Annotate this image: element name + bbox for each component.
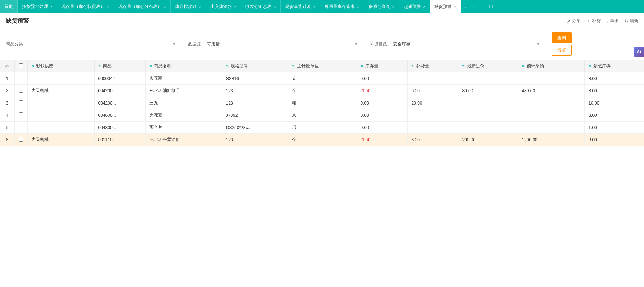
restock-button[interactable]: ＋ 补货 — [586, 18, 601, 24]
th-default-supplier: ⇅ 默认供应... — [27, 60, 94, 72]
tab-receive-summary[interactable]: 收发存汇总表 × — [241, 0, 280, 13]
tab-minimize-btn[interactable]: — — [478, 0, 487, 13]
cell-estimated-purchase: 1200.00 — [518, 134, 585, 146]
tab-close-stale[interactable]: × — [50, 4, 52, 9]
tab-batch-account[interactable]: 库存批次账 × — [171, 0, 206, 13]
row-checkbox[interactable] — [19, 112, 23, 117]
row-checkbox[interactable] — [19, 125, 23, 129]
cell-latest-price: 200.00 — [458, 134, 518, 146]
cell-spec: 123 — [222, 97, 288, 109]
shortage-table: ⚙ ⇅ 默认供应... ⇅ 商品... ⇅ 商品名称 — [0, 60, 644, 146]
sort-name-icon[interactable]: ⇅ — [149, 64, 152, 68]
tab-close-batch[interactable]: × — [199, 4, 201, 9]
th-checkbox — [14, 60, 27, 72]
cell-restock-qty — [408, 122, 458, 134]
settings-button[interactable]: 设置 — [552, 45, 572, 56]
tab-maximize-btn[interactable]: □ — [487, 0, 496, 13]
sort-stock-icon[interactable]: ⇅ — [361, 64, 364, 68]
tab-inventory-dist[interactable]: 现存量（库存分布表） × — [114, 0, 171, 13]
tab-stale-exception[interactable]: 拣货异常处理 × — [18, 0, 57, 13]
table-body: 1 0000042 火花塞 SS816 支 0.00 8.00 2 力天机械 0… — [0, 72, 644, 146]
cell-checkbox — [14, 109, 27, 122]
cell-spec: J7092 — [222, 109, 288, 122]
cell-code: 0000042 — [94, 72, 145, 85]
cell-min-stock: 1.00 — [585, 122, 644, 134]
cell-stock-qty: 0.00 — [357, 109, 408, 122]
tab-prev-btn[interactable]: ‹ — [461, 0, 470, 13]
cell-restock-qty: 20.00 — [408, 97, 458, 109]
tab-close-inv-dist[interactable]: × — [164, 4, 166, 9]
select-all-checkbox[interactable] — [19, 63, 23, 68]
cell-stock-qty: 0.00 — [357, 72, 408, 85]
category-select[interactable] — [26, 39, 179, 49]
th-latest-price: ⇅ 最新进价 — [458, 60, 518, 72]
cell-stock-qty: -1.00 — [357, 85, 408, 97]
cell-num: 4 — [0, 109, 14, 122]
tab-expiry-query[interactable]: 保质期查询 × — [364, 0, 399, 13]
tab-inventory-status[interactable]: 现存量（库存状况表） × — [57, 0, 114, 13]
cell-min-stock: 3.00 — [585, 85, 644, 97]
sort-price-icon[interactable]: ⇅ — [462, 64, 465, 68]
cell-code: 801110... — [94, 134, 145, 146]
row-checkbox[interactable] — [19, 76, 23, 80]
export-icon: ↓ — [606, 19, 609, 24]
column-settings-icon[interactable]: ⚙ — [5, 64, 9, 69]
restock-base-select[interactable]: 安全库存 最低库存 — [390, 39, 543, 49]
row-checkbox[interactable] — [19, 88, 23, 93]
tab-close-avail[interactable]: × — [357, 4, 359, 9]
sort-unit-icon[interactable]: ⇅ — [292, 64, 295, 68]
sort-code-icon[interactable]: ⇅ — [98, 64, 101, 68]
cell-latest-price — [458, 72, 518, 85]
tab-close-overstock[interactable]: × — [423, 4, 425, 9]
cell-latest-price — [458, 122, 518, 134]
sort-supplier-icon[interactable]: ⇅ — [31, 64, 34, 68]
cell-num: 2 — [0, 85, 14, 97]
tab-overstock[interactable]: 超储预警 × — [399, 0, 430, 13]
row-checkbox[interactable] — [19, 137, 23, 142]
cell-num: 1 — [0, 72, 14, 85]
cell-stock-qty: 0.00 — [357, 97, 408, 109]
cell-num: 6 — [0, 134, 14, 146]
cell-min-stock: 10.00 — [585, 97, 644, 109]
row-checkbox[interactable] — [19, 100, 23, 105]
cell-latest-price: 80.00 — [458, 85, 518, 97]
datasource-select[interactable]: 可用量 库存量 — [204, 39, 361, 49]
cell-unit: 支 — [288, 72, 357, 85]
category-label: 商品分类 — [6, 41, 23, 47]
cell-name: PC200油缸缸子 — [145, 85, 222, 97]
tab-close-inv-status[interactable]: × — [107, 4, 109, 9]
cell-spec: DS250*23c... — [222, 122, 288, 134]
sort-spec-icon[interactable]: ⇅ — [226, 64, 229, 68]
sort-min-icon[interactable]: ⇅ — [588, 64, 591, 68]
table-row: 3 004200... 三九 123 箱 0.00 20.00 10.00 — [0, 97, 644, 109]
tab-inout-flow[interactable]: 出入库流水 × — [206, 0, 241, 13]
cell-min-stock: 8.00 — [585, 72, 644, 85]
export-button[interactable]: ↓ 导出 — [606, 18, 619, 24]
query-button[interactable]: 查询 — [552, 32, 572, 43]
cell-checkbox — [14, 85, 27, 97]
tab-available-ledger[interactable]: 可用量库存账本 × — [320, 0, 364, 13]
tab-home[interactable]: 首页 — [0, 0, 18, 13]
sort-estimated-icon[interactable]: ⇅ — [522, 64, 525, 68]
tab-close-order[interactable]: × — [313, 4, 316, 9]
tab-shortage[interactable]: 缺货预警 × — [430, 0, 461, 13]
refresh-button[interactable]: ↻ 刷新 — [625, 18, 638, 24]
th-spec: ⇅ 规格型号 — [222, 60, 288, 72]
cell-estimated-purchase: 480.00 — [518, 85, 585, 97]
restock-base-select-wrapper: 安全库存 最低库存 ▼ — [390, 39, 543, 49]
th-restock-qty: ⇅ 补货量 — [408, 60, 458, 72]
th-product-code: ⇅ 商品... — [94, 60, 145, 72]
share-button[interactable]: ↗ 分享 — [567, 18, 580, 24]
tab-close-shortage[interactable]: × — [454, 4, 456, 9]
table-header-row: ⚙ ⇅ 默认供应... ⇅ 商品... ⇅ 商品名称 — [0, 60, 644, 72]
th-product-name: ⇅ 商品名称 — [145, 60, 222, 72]
tab-close-receive[interactable]: × — [274, 4, 276, 9]
ai-badge[interactable]: Ai — [634, 47, 644, 57]
tab-next-btn[interactable]: › — [470, 0, 478, 13]
cell-checkbox — [14, 134, 27, 146]
tab-close-expiry[interactable]: × — [392, 4, 395, 9]
tab-order-stats[interactable]: 要货单统计表 × — [281, 0, 320, 13]
sort-restock-icon[interactable]: ⇅ — [411, 64, 414, 68]
tab-close-inout[interactable]: × — [234, 4, 236, 9]
th-stock-qty: ⇅ 库存量 — [357, 60, 408, 72]
